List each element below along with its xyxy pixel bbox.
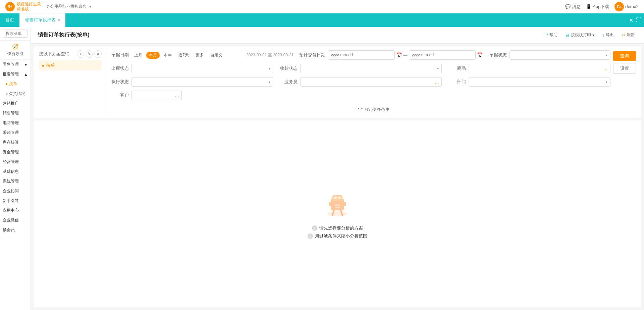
date-btn-more[interactable]: 更多 (193, 52, 206, 59)
filter-exec-status-item: 执行状态 ▾ (110, 77, 273, 87)
sidebar-item-wechat[interactable]: 企业微信 (0, 215, 31, 225)
goods-more-icon: ... (603, 66, 607, 71)
close-window-icon[interactable]: ✕ (629, 17, 633, 23)
sidebar-item-order[interactable]: ● 按单 (0, 79, 31, 89)
tab-home[interactable]: 首页 (0, 13, 19, 27)
delivery-date-start-input[interactable] (328, 50, 395, 60)
refresh-button[interactable]: ↺ 刷新 (619, 31, 637, 39)
department-dropdown-icon: ▾ (606, 80, 607, 84)
sidebar-item-ecommerce[interactable]: 电商管理 (0, 118, 31, 128)
sidebar-item-basic[interactable]: 基础信息 (0, 167, 31, 176)
customer-select[interactable]: ... (131, 91, 182, 100)
filter-goods-item: 商品 ... (447, 64, 610, 73)
maximize-icon[interactable]: ⛶ (636, 17, 641, 23)
svg-point-6 (338, 204, 340, 206)
filter-row-4: 客户 ... (110, 91, 610, 100)
customer-more-icon: ... (175, 93, 179, 98)
logo-area: 好 畅捷通好生意 标准版 (5, 2, 41, 11)
sidebar-item-operations[interactable]: 经营管理 (0, 157, 31, 167)
filter-layout: 按以下方案查询 + ✎ « (39, 50, 636, 114)
tab-bar-right: ✕ ⛶ (629, 17, 644, 23)
sidebar-item-vip[interactable]: 畅会员 (0, 225, 31, 235)
date-btn-last-month[interactable]: 上月 (131, 52, 145, 59)
sidebar-item-inventory[interactable]: 库存核算 (0, 138, 31, 147)
date-btn-this-month[interactable]: 本月 (146, 52, 160, 59)
message-button[interactable]: 💬 消息 (565, 4, 581, 10)
date-quick-area: 上月 本月 本年 近7天 更多 自定义 (131, 52, 242, 59)
collapse-button[interactable]: ⌃⌃ 收起更多条件 (353, 105, 393, 114)
calendar-end-icon[interactable]: 📅 (477, 52, 483, 58)
scheme-title: 按以下方案查询 (39, 51, 69, 57)
user-name: demo2 (625, 4, 639, 9)
export-button[interactable]: ↓ 导出 (600, 31, 616, 39)
empty-step-1: 1 请先选择要分析的方案 (312, 225, 363, 231)
filter-department-item: 部门 ▾ (447, 77, 610, 87)
user-area[interactable]: Ea demo2 (614, 2, 639, 11)
sidebar-item-sales[interactable]: 销售管理 (0, 108, 31, 118)
sidebar-item-retail[interactable]: 零售管理 ▼ (0, 60, 31, 69)
scheme-header: 按以下方案查询 + ✎ « (39, 50, 102, 58)
date-btn-custom[interactable]: 自定义 (208, 52, 225, 59)
order-status-select[interactable]: ▾ (509, 50, 610, 60)
scheme-actions: + ✎ « (77, 50, 102, 58)
svg-point-5 (335, 204, 337, 206)
chevron-down-icon: ▼ (24, 62, 28, 67)
sidebar-item-marketing[interactable]: 营销推广 (0, 99, 31, 108)
exec-status-select[interactable]: ▾ (131, 77, 273, 87)
top-bar-left: 好 畅捷通好生意 标准版 办公用品行业模拟账套 ▾ (5, 2, 91, 11)
sidebar-item-finance[interactable]: 资金管理 (0, 147, 31, 157)
goods-label: 商品 (447, 65, 466, 71)
scheme-add-button[interactable]: + (77, 50, 84, 58)
calendar-start-icon[interactable]: 📅 (396, 52, 402, 58)
tab-close-icon[interactable]: × (58, 18, 60, 22)
export-icon: ↓ (602, 33, 604, 38)
sidebar-search-area (0, 27, 31, 41)
delivery-date-range: 📅 — 📅 (328, 50, 483, 60)
goods-select[interactable]: ... (469, 64, 610, 73)
department-select[interactable]: ▾ (469, 77, 610, 87)
search-input[interactable] (3, 30, 28, 38)
scheme-list-item-order[interactable]: ● 按单 (39, 60, 102, 70)
top-bar: 好 畅捷通好生意 标准版 办公用品行业模拟账套 ▾ 💬 消息 📱 App下载 E… (0, 0, 644, 13)
date-btn-last-7-days[interactable]: 近7天 (176, 52, 192, 59)
filter-row-2: 出库状态 ▾ 收款状态 (110, 64, 610, 73)
logo-text: 畅捷通好生意 标准版 (17, 2, 41, 11)
salesperson-label: 业务员 (279, 79, 298, 85)
sidebar-item-wholesale[interactable]: 批发管理 ▲ (0, 69, 31, 79)
delivery-status-select[interactable]: ▾ (131, 64, 273, 73)
filter-row-1: 单据日期 上月 本月 本年 近7天 更多 自定义 (110, 50, 636, 104)
scheme-collapse-button[interactable]: « (94, 50, 102, 58)
salesperson-more-icon: ... (435, 79, 439, 85)
date-btn-this-year[interactable]: 本年 (161, 52, 174, 59)
reset-button[interactable]: 设置 (613, 63, 636, 74)
sidebar-item-quick-nav[interactable]: 🧭 快捷导航 (0, 41, 31, 60)
collection-status-select[interactable]: ▾ (300, 64, 442, 73)
delivery-status-label: 出库状态 (110, 65, 129, 71)
svg-rect-2 (332, 195, 342, 201)
page-title: 销售订单执行表(按单) (38, 32, 90, 39)
sidebar-item-inventory-status[interactable]: ○ 欠货情况 (0, 89, 31, 99)
collapse-icon: « (97, 52, 99, 56)
delivery-date-end-input[interactable] (409, 50, 476, 60)
sidebar-item-appstore[interactable]: 应用中心 (0, 206, 31, 215)
sidebar-item-newbie[interactable]: 新手引导 (0, 196, 31, 206)
page-header: 销售订单执行表(按单) ? 帮助 🖨 按模板打印 ▾ ↓ 导出 ↺ 刷新 (31, 27, 644, 44)
query-button[interactable]: 查询 (613, 51, 636, 61)
sidebar-item-purchase[interactable]: 采购管理 (0, 128, 31, 138)
print-button[interactable]: 🖨 按模板打印 ▾ (563, 31, 597, 39)
tab-bar: 首页 销售订单执行表 × ✕ ⛶ (0, 13, 644, 27)
svg-rect-4 (338, 197, 341, 199)
refresh-icon: ↺ (622, 33, 625, 38)
breadcrumb-arrow[interactable]: ▾ (89, 4, 91, 9)
sidebar-item-enterprise[interactable]: 企业协同 (0, 186, 31, 196)
help-button[interactable]: ? 帮助 (543, 31, 560, 39)
download-icon: 📱 (586, 4, 591, 9)
date-quick-buttons: 上月 本月 本年 近7天 更多 自定义 (131, 52, 225, 59)
top-bar-right: 💬 消息 📱 App下载 Ea demo2 (565, 2, 639, 11)
tab-sales-order[interactable]: 销售订单执行表 × (19, 13, 65, 27)
salesperson-select[interactable]: ... (300, 77, 442, 87)
app-download-button[interactable]: 📱 App下载 (586, 4, 609, 10)
svg-rect-3 (334, 197, 337, 199)
sidebar-item-system[interactable]: 系统管理 (0, 176, 31, 186)
scheme-edit-button[interactable]: ✎ (86, 50, 93, 58)
